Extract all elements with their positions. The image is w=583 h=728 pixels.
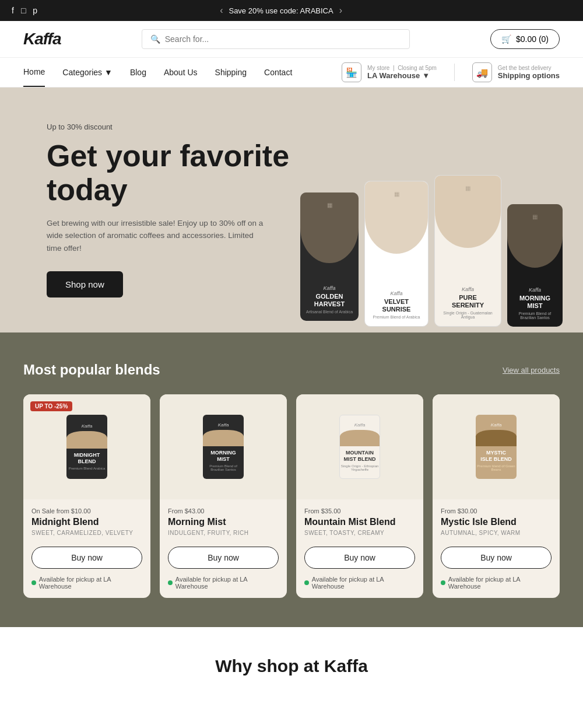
product-info-4: From $30.00 Mystic Isle Blend AUTUMNAL, … <box>433 499 560 547</box>
product-price-3: From $35.00 <box>304 508 415 514</box>
shipping-icon: 🚚 <box>472 62 492 82</box>
availability-1: Available for pickup at LA Warehouse <box>23 576 150 598</box>
product-price-4: From $30.00 <box>441 508 552 514</box>
products-grid: UP TO -25% Kaffa MIDNIGHTBLEND Premium B… <box>23 394 560 598</box>
navigation: Home Categories ▼ Blog About Us Shipping… <box>0 58 583 88</box>
header: Kaffa 🔍 🛒 $0.00 (0) <box>0 21 583 58</box>
availability-dot-1 <box>31 580 36 585</box>
nav-categories[interactable]: Categories ▼ <box>62 58 113 87</box>
search-input[interactable] <box>165 34 401 44</box>
nav-divider <box>454 64 455 81</box>
nav-shipping[interactable]: Shipping <box>215 58 247 87</box>
store-hours: Closing at 5pm <box>398 65 437 71</box>
product-info-1: On Sale from $10.00 Midnight Blend SWEET… <box>23 499 150 547</box>
product-card-4: Kaffa MYSTICISLE BLEND Premium blend of … <box>433 394 560 598</box>
instagram-icon[interactable]: □ <box>21 6 26 15</box>
hero-bag-3: ▦ Kaffa PURESERENITY Single Origin - Gua… <box>434 175 501 327</box>
social-links[interactable]: f □ p <box>12 6 37 15</box>
product-tags-1: SWEET, CARAMELIZED, VELVETY <box>31 530 142 536</box>
promo-next-arrow[interactable]: › <box>339 5 342 16</box>
store-info[interactable]: 🏪 My store | Closing at 5pm LA Warehouse… <box>342 62 437 82</box>
view-all-link[interactable]: View all products <box>503 366 560 374</box>
product-card-3: Kaffa MOUNTAINMIST BLEND Single Origin -… <box>296 394 423 598</box>
shipping-options-link[interactable]: Shipping options <box>498 71 560 80</box>
product-info-2: From $43.00 Morning Mist INDULGENT, FRUI… <box>160 499 287 547</box>
pinterest-icon[interactable]: p <box>33 6 37 15</box>
buy-button-4[interactable]: Buy now <box>441 547 552 569</box>
product-name-1: Midnight Blend <box>31 517 142 527</box>
hero-title: Get your favorite today <box>47 139 315 206</box>
bottom-title: Why shop at Kaffa <box>23 656 560 676</box>
hero-content: Up to 30% discount Get your favorite tod… <box>47 123 315 297</box>
location-dropdown-icon: ▼ <box>422 71 430 80</box>
bag-image-3: Kaffa MOUNTAINMIST BLEND Single Origin -… <box>339 415 380 479</box>
availability-3: Available for pickup at LA Warehouse <box>296 576 423 598</box>
hero-bag-2: ▦ Kaffa VELVETSUNRISE Premium Blend of A… <box>364 181 429 327</box>
nav-info: 🏪 My store | Closing at 5pm LA Warehouse… <box>342 62 560 82</box>
nav-contact[interactable]: Contact <box>264 58 292 87</box>
promo-bar: ‹ Save 20% use code: ARABICA › <box>220 5 342 16</box>
availability-dot-2 <box>168 580 173 585</box>
cart-icon: 🛒 <box>501 34 511 44</box>
product-price-1: On Sale from $10.00 <box>31 508 142 514</box>
availability-2: Available for pickup at LA Warehouse <box>160 576 287 598</box>
dropdown-icon: ▼ <box>104 68 113 77</box>
cart-button[interactable]: 🛒 $0.00 (0) <box>490 29 560 49</box>
facebook-icon[interactable]: f <box>12 6 14 15</box>
logo[interactable]: Kaffa <box>23 30 61 48</box>
products-section: Most popular blends View all products UP… <box>0 332 583 627</box>
product-name-4: Mystic Isle Blend <box>441 517 552 527</box>
product-image-3: Kaffa MOUNTAINMIST BLEND Single Origin -… <box>296 394 423 499</box>
search-icon: 🔍 <box>150 34 160 44</box>
bag-image-2: Kaffa MORNINGMIST Premium Blend of Brazi… <box>203 415 244 479</box>
cart-total: $0.00 (0) <box>516 34 549 44</box>
top-bar: f □ p ‹ Save 20% use code: ARABICA › <box>0 0 583 21</box>
hero-cta-button[interactable]: Shop now <box>47 271 123 298</box>
product-info-3: From $35.00 Mountain Mist Blend SWEET, T… <box>296 499 423 547</box>
hero-section: Up to 30% discount Get your favorite tod… <box>0 88 583 332</box>
product-badge-1: UP TO -25% <box>30 401 72 411</box>
nav-blog[interactable]: Blog <box>130 58 146 87</box>
hero-product-images: ▦ Kaffa GOLDENHARVEST Artisanal Blend of… <box>280 88 583 332</box>
section-header: Most popular blends View all products <box>23 362 560 378</box>
product-price-2: From $43.00 <box>168 508 279 514</box>
nav-about[interactable]: About Us <box>164 58 198 87</box>
store-location: LA Warehouse <box>367 71 420 80</box>
product-image-2: Kaffa MORNINGMIST Premium Blend of Brazi… <box>160 394 287 499</box>
product-name-2: Morning Mist <box>168 517 279 527</box>
nav-home[interactable]: Home <box>23 58 45 87</box>
promo-prev-arrow[interactable]: ‹ <box>220 5 223 16</box>
search-bar[interactable]: 🔍 <box>142 29 410 49</box>
product-tags-3: SWEET, TOASTY, CREAMY <box>304 530 415 536</box>
bottom-section: Why shop at Kaffa <box>0 627 583 705</box>
section-title: Most popular blends <box>23 362 160 378</box>
promo-text: Save 20% use code: ARABICA <box>229 6 333 15</box>
store-label: My store <box>367 65 389 71</box>
availability-4: Available for pickup at LA Warehouse <box>433 576 560 598</box>
buy-button-3[interactable]: Buy now <box>304 547 415 569</box>
buy-button-2[interactable]: Buy now <box>168 547 279 569</box>
delivery-label: Get the best delivery <box>498 65 560 71</box>
product-image-4: Kaffa MYSTICISLE BLEND Premium blend of … <box>433 394 560 499</box>
hero-description: Get brewing with our irresistible sale! … <box>47 217 268 255</box>
bag-image-4: Kaffa MYSTICISLE BLEND Premium blend of … <box>476 415 517 479</box>
availability-dot-4 <box>441 580 445 585</box>
nav-links: Home Categories ▼ Blog About Us Shipping… <box>23 58 292 87</box>
hero-bag-4: ▦ Kaffa MORNINGMIST Premium Blend of Bra… <box>507 204 563 327</box>
product-card-2: Kaffa MORNINGMIST Premium Blend of Brazi… <box>160 394 287 598</box>
product-name-3: Mountain Mist Blend <box>304 517 415 527</box>
store-icon: 🏪 <box>342 62 361 82</box>
buy-button-1[interactable]: Buy now <box>31 547 142 569</box>
hero-badge: Up to 30% discount <box>47 123 315 131</box>
product-tags-4: AUTUMNAL, SPICY, WARM <box>441 530 552 536</box>
product-image-1: UP TO -25% Kaffa MIDNIGHTBLEND Premium B… <box>23 394 150 499</box>
product-tags-2: INDULGENT, FRUITY, RICH <box>168 530 279 536</box>
bag-image-1: Kaffa MIDNIGHTBLEND Premium Blend Arabic… <box>66 415 107 479</box>
availability-dot-3 <box>304 580 309 585</box>
product-card-1: UP TO -25% Kaffa MIDNIGHTBLEND Premium B… <box>23 394 150 598</box>
shipping-info[interactable]: 🚚 Get the best delivery Shipping options <box>472 62 560 82</box>
